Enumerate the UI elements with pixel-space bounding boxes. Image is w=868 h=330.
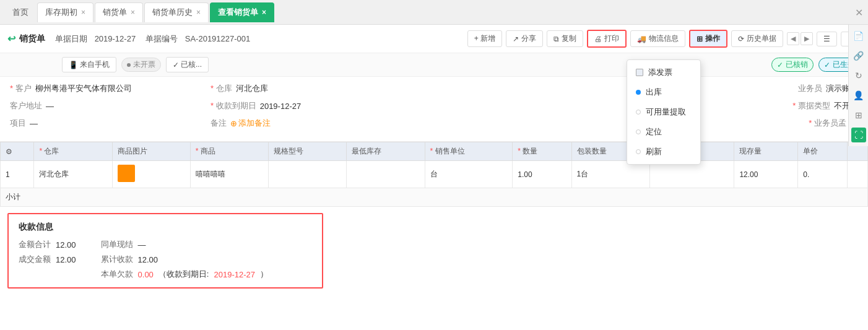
col-spec: 规格型号 — [269, 142, 347, 161]
doc-number-value: SA-20191227-001 — [185, 34, 251, 43]
tab-home-label: 首页 — [12, 7, 28, 18]
dropdown-refresh-label: 刷新 — [646, 146, 662, 157]
tab-home[interactable]: 首页 — [5, 2, 36, 22]
share-button[interactable]: ↗ 分享 — [506, 30, 543, 47]
owe-label: 本单欠款 — [101, 269, 133, 280]
col-qty: 数量 — [513, 142, 571, 161]
right-icon-expand[interactable]: ⛶ — [851, 128, 866, 142]
tab-view-sales-close[interactable]: × — [262, 8, 266, 17]
dropdown-refresh[interactable]: 刷新 — [627, 142, 700, 162]
subtotal-row: 小计 — [1, 188, 868, 207]
toolbar: + 新增 ↗ 分享 ⧉ 复制 🖨 打印 🚚 — [467, 30, 861, 48]
note-field: 备注 ⊕ 添加备注 — [210, 118, 334, 129]
available-icon — [636, 110, 641, 115]
view-list-button[interactable]: ☰ — [817, 32, 837, 46]
operations-button-label: 操作 — [705, 33, 720, 44]
row-stock: 12.00 — [734, 161, 798, 188]
dropdown-locate[interactable]: 定位 — [627, 122, 700, 142]
window-close-button[interactable]: ✕ — [855, 6, 863, 18]
note-label: 备注 — [210, 118, 227, 129]
dropdown-add-invoice[interactable]: 添发票 — [627, 63, 700, 82]
customer-field: 客户 柳州粤港平安气体有限公司 — [10, 83, 196, 94]
table-header-row: ⚙ 仓库 商品图片 商品 规格型号 最低库存 销售单位 数量 包装数量 可用量 … — [1, 142, 868, 161]
print-button[interactable]: 🖨 打印 — [588, 31, 625, 46]
tab-sales-label: 销货单 — [103, 7, 127, 18]
right-icon-refresh[interactable]: ↻ — [851, 68, 866, 83]
dropdown-locate-label: 定位 — [646, 126, 662, 137]
warehouse-field: 仓库 河北仓库 — [210, 83, 334, 94]
tab-inventory-close[interactable]: × — [81, 8, 85, 17]
copy-button[interactable]: ⧉ 复制 — [547, 30, 583, 47]
address-label: 客户地址 — [10, 100, 42, 111]
tab-inventory[interactable]: 库存期初 × — [37, 2, 93, 22]
col-unit: 销售单位 — [425, 142, 513, 161]
copy-icon: ⧉ — [553, 35, 559, 43]
doc-date-label: 单据日期 2019-12-27 — [55, 33, 136, 45]
mobile-button-label: 来自手机 — [80, 59, 110, 70]
warehouse-value: 河北仓库 — [236, 83, 268, 94]
summary-title: 收款信息 — [19, 222, 312, 233]
prev-arrow[interactable]: ◀ — [787, 32, 799, 45]
row-unit: 台 — [425, 161, 513, 188]
product-table: ⚙ 仓库 商品图片 商品 规格型号 最低库存 销售单位 数量 包装数量 可用量 … — [0, 142, 868, 207]
form-area: 客户 柳州粤港平安气体有限公司 仓库 河北仓库 业务员 演示账号 客户地址 — — [0, 77, 868, 141]
col-image: 商品图片 — [112, 142, 190, 161]
cumulative-item: 累计收款 12.00 — [101, 254, 268, 265]
customer-label: 客户 — [10, 83, 32, 94]
sales-order-icon: ↩ — [7, 33, 15, 45]
check-button[interactable]: ✓ 已核... — [166, 57, 209, 72]
right-icon-file[interactable]: 📄 — [851, 28, 866, 43]
action-bar: 📱 来自手机 未开票 ✓ 已核... ✓ 已核销 ✓ 已生效 — [0, 53, 868, 77]
right-icon-link[interactable]: 🔗 — [851, 48, 866, 63]
row-extra — [847, 161, 867, 188]
mobile-button[interactable]: 📱 来自手机 — [62, 57, 116, 72]
operations-button[interactable]: ⊞ 操作 — [689, 30, 727, 48]
summary-col-right: 同单现结 — 累计收款 12.00 本单欠款 0.00 （收款到期日: 2019… — [101, 239, 268, 280]
doc-meta: 单据日期 2019-12-27 单据编号 SA-20191227-001 — [55, 33, 250, 45]
owe-end: ） — [260, 269, 268, 280]
deal-item: 成交金额 12.00 — [19, 254, 76, 265]
tab-sales[interactable]: 销货单 × — [95, 2, 143, 22]
total-value: 12.00 — [56, 240, 76, 250]
col-settings[interactable]: ⚙ — [1, 142, 34, 161]
dropdown-outbound[interactable]: 出库 — [627, 82, 700, 102]
next-arrow[interactable]: ▶ — [801, 32, 813, 45]
history-button[interactable]: ⟳ 历史单据 — [731, 30, 783, 47]
add-note-button[interactable]: ⊕ 添加备注 — [230, 118, 271, 129]
sales-staff-label: 业务员孟 — [809, 118, 846, 129]
form-row-3: 项目 — 备注 ⊕ 添加备注 业务员孟 — — [10, 118, 858, 129]
operations-dropdown: 添发票 出库 可用量提取 定位 刷新 — [627, 59, 701, 165]
product-image — [118, 165, 135, 182]
ticket-label: 票据类型 — [792, 100, 830, 111]
same-order-label: 同单现结 — [101, 239, 133, 250]
owe-value: 0.00 — [138, 270, 154, 279]
product-table-wrap: ⚙ 仓库 商品图片 商品 规格型号 最低库存 销售单位 数量 包装数量 可用量 … — [0, 141, 868, 207]
row-warehouse: 河北仓库 — [34, 161, 112, 188]
tab-view-sales-label: 查看销货单 — [218, 7, 258, 18]
tab-sales-close[interactable]: × — [131, 8, 135, 17]
new-button[interactable]: + 新增 — [467, 30, 502, 47]
col-warehouse: 仓库 — [34, 142, 112, 161]
total-label: 金额合计 — [19, 239, 51, 250]
tab-sales-history-close[interactable]: × — [196, 8, 201, 17]
row-product: 嘻嘻嘻嘻 — [190, 161, 268, 188]
same-order-item: 同单现结 — — [101, 239, 268, 250]
print-button-label: 打印 — [604, 33, 619, 44]
address-value: — — [46, 102, 54, 111]
tab-sales-history[interactable]: 销货单历史 × — [144, 2, 209, 22]
dropdown-available-qty[interactable]: 可用量提取 — [627, 102, 700, 122]
mobile-icon: 📱 — [69, 61, 78, 69]
row-seq: 1 — [1, 161, 34, 188]
invoice-status-label: 未开票 — [133, 59, 155, 70]
tab-sales-history-label: 销货单历史 — [152, 7, 193, 18]
closed-status-tag: ✓ 已核销 — [771, 58, 814, 72]
right-icon-grid[interactable]: ⊞ — [851, 108, 866, 123]
right-icon-user[interactable]: 👤 — [851, 88, 866, 103]
logistics-button[interactable]: 🚚 物流信息 — [630, 30, 685, 47]
main-content: ↩ 销货单 单据日期 2019-12-27 单据编号 SA-20191227-0… — [0, 25, 868, 330]
col-min-stock: 最低库存 — [347, 142, 425, 161]
print-icon: 🖨 — [594, 35, 602, 43]
dropdown-available-qty-label: 可用量提取 — [646, 106, 686, 118]
tab-view-sales[interactable]: 查看销货单 × — [210, 2, 274, 22]
right-icons-panel: 📄 🔗 ↻ 👤 ⊞ ⛶ — [848, 25, 868, 146]
